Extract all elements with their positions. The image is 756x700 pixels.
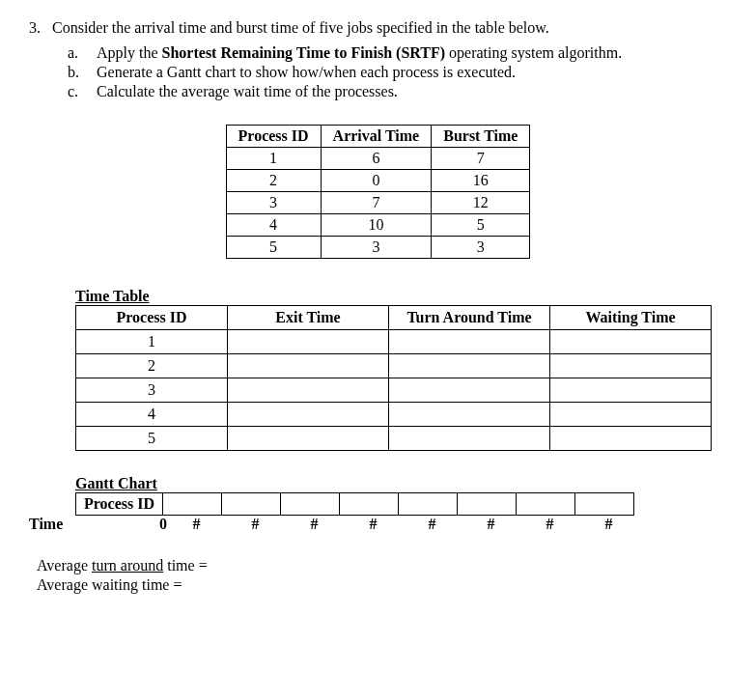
gantt-time-value: # xyxy=(579,516,638,533)
table-row: 4 xyxy=(76,403,712,427)
table-cell: 4 xyxy=(76,403,228,427)
table-row: 2 xyxy=(76,354,712,378)
gantt-time-row: Time 0 # # # # # # # # xyxy=(29,516,727,533)
underlined-text: turn around xyxy=(92,557,163,574)
table-row: 1 xyxy=(76,330,712,354)
table-cell: 3 xyxy=(76,378,228,403)
table-cell xyxy=(389,354,550,378)
table-cell xyxy=(389,330,550,354)
question-number: 3. xyxy=(29,19,41,37)
sub-letter: b. xyxy=(68,64,85,81)
table-cell: 12 xyxy=(432,192,530,214)
gantt-cell xyxy=(517,492,575,516)
table-cell xyxy=(228,354,389,378)
gantt-time-value: # xyxy=(344,516,403,533)
table-cell xyxy=(389,403,550,427)
table-cell: 7 xyxy=(432,148,530,170)
question-block: 3. Consider the arrival time and burst t… xyxy=(29,19,727,37)
header-exit-time: Exit Time xyxy=(228,306,389,330)
gantt-cell xyxy=(281,492,340,516)
table-cell xyxy=(550,330,712,354)
sub-text: Generate a Gantt chart to show how/when … xyxy=(97,64,516,81)
table-cell: 5 xyxy=(226,237,321,259)
table-cell: 3 xyxy=(321,237,432,259)
gantt-time-value: # xyxy=(520,516,579,533)
avg-waiting: Average waiting time = xyxy=(37,576,727,594)
table-cell: 2 xyxy=(226,170,321,192)
table-row: 167 xyxy=(226,148,530,170)
sub-item-a: a. Apply the Shortest Remaining Time to … xyxy=(68,44,727,62)
table-row: 4105 xyxy=(226,214,530,237)
gantt-cell xyxy=(458,492,517,516)
header-arrival-time: Arrival Time xyxy=(321,126,432,148)
header-waiting-time: Waiting Time xyxy=(550,306,712,330)
table-cell: 4 xyxy=(226,214,321,237)
table-cell: 2 xyxy=(76,354,228,378)
table-cell: 3 xyxy=(432,237,530,259)
question-text: Consider the arrival time and burst time… xyxy=(52,19,549,37)
table-cell xyxy=(550,378,712,403)
table-cell xyxy=(228,330,389,354)
gantt-time-value: # xyxy=(285,516,344,533)
table-cell xyxy=(228,378,389,403)
table-row: 5 xyxy=(76,427,712,451)
table-cell xyxy=(550,354,712,378)
gantt-cell xyxy=(340,492,399,516)
table-cell xyxy=(228,403,389,427)
table-cell: 6 xyxy=(321,148,432,170)
bold-term: Shortest Remaining Time to Finish (SRTF) xyxy=(162,44,446,61)
averages-block: Average turn around time = Average waiti… xyxy=(37,557,727,594)
table-cell: 1 xyxy=(76,330,228,354)
table-cell: 5 xyxy=(76,427,228,451)
table-row: 3 xyxy=(76,378,712,403)
time-table: Process ID Exit Time Turn Around Time Wa… xyxy=(75,305,712,451)
sub-item-b: b. Generate a Gantt chart to show how/wh… xyxy=(68,64,727,81)
gantt-time-value: # xyxy=(403,516,462,533)
table-cell: 7 xyxy=(321,192,432,214)
gantt-process-row: Process ID xyxy=(75,492,727,516)
gantt-time-value: # xyxy=(167,516,226,533)
header-process-id: Process ID xyxy=(76,306,228,330)
gantt-chart-title: Gantt Chart xyxy=(75,475,727,492)
avg-turnaround: Average turn around time = xyxy=(37,557,727,574)
gantt-cell xyxy=(163,492,222,516)
table-cell: 1 xyxy=(226,148,321,170)
sub-text: Calculate the average wait time of the p… xyxy=(97,83,398,100)
header-turnaround-time: Turn Around Time xyxy=(389,306,550,330)
time-table-title: Time Table xyxy=(75,288,727,305)
table-cell xyxy=(550,403,712,427)
table-cell: 3 xyxy=(226,192,321,214)
gantt-row-label: Process ID xyxy=(75,492,163,516)
header-burst-time: Burst Time xyxy=(432,126,530,148)
gantt-cell xyxy=(399,492,458,516)
sub-question-list: a. Apply the Shortest Remaining Time to … xyxy=(68,44,727,100)
table-cell xyxy=(228,427,389,451)
sub-letter: a. xyxy=(68,44,85,62)
table-cell xyxy=(389,427,550,451)
sub-item-c: c. Calculate the average wait time of th… xyxy=(68,83,727,100)
gantt-cell xyxy=(575,492,634,516)
table-cell: 0 xyxy=(321,170,432,192)
table-row: 2016 xyxy=(226,170,530,192)
table-row: 3712 xyxy=(226,192,530,214)
gantt-time-value: 0 xyxy=(75,516,167,533)
table-header-row: Process ID Exit Time Turn Around Time Wa… xyxy=(76,306,712,330)
sub-letter: c. xyxy=(68,83,85,100)
table-cell: 16 xyxy=(432,170,530,192)
table-header-row: Process ID Arrival Time Burst Time xyxy=(226,126,530,148)
table-cell xyxy=(550,427,712,451)
table-cell xyxy=(389,378,550,403)
gantt-time-label: Time xyxy=(29,516,75,533)
gantt-time-value: # xyxy=(226,516,285,533)
gantt-time-value: # xyxy=(462,516,520,533)
header-process-id: Process ID xyxy=(226,126,321,148)
sub-text: Apply the Shortest Remaining Time to Fin… xyxy=(97,44,622,62)
process-table: Process ID Arrival Time Burst Time 16720… xyxy=(226,125,531,259)
table-cell: 10 xyxy=(321,214,432,237)
gantt-cell xyxy=(222,492,281,516)
table-row: 533 xyxy=(226,237,530,259)
table-cell: 5 xyxy=(432,214,530,237)
